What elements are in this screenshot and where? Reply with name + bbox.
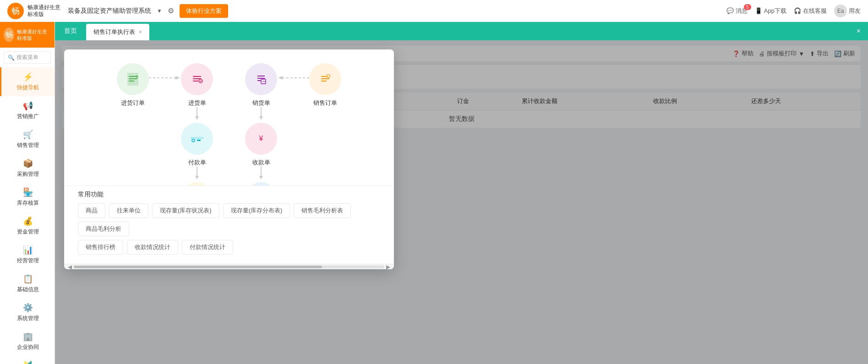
sidebar-logo-icon: 畅 bbox=[4, 27, 14, 42]
workflow-node-purchase-order[interactable]: 进货订单 bbox=[117, 63, 149, 107]
sales-order-icon bbox=[309, 63, 341, 95]
main-layout: 畅 畅康通好生意 标准版 🔍 搜索菜单 ⚡ 快捷导航 📢 营销推广 🛒 销售管理… bbox=[0, 22, 868, 364]
tabs-bar: 首页 销售订单执行表 × × bbox=[55, 22, 868, 40]
func-btn-receipt-stats[interactable]: 收款情况统计 bbox=[127, 240, 178, 255]
tab-close-btn[interactable]: × bbox=[139, 29, 142, 35]
payment-label: 付款单 bbox=[188, 158, 206, 167]
tab-home[interactable]: 首页 bbox=[55, 22, 86, 40]
purchase-order-label: 进货订单 bbox=[121, 99, 145, 107]
sales-bill-label: 销货单 bbox=[252, 99, 270, 107]
workflow-node-payment[interactable]: 付款单 bbox=[181, 123, 213, 167]
sidebar-search-area: 🔍 搜索菜单 bbox=[0, 48, 55, 67]
logo-text: 畅康通好生意 标准版 bbox=[27, 4, 60, 17]
sidebar-brand-area: 畅 畅康通好生意 标准版 bbox=[0, 22, 55, 48]
sidebar-item-marketing[interactable]: 📢 营销推广 bbox=[0, 96, 55, 125]
modal-overlay[interactable]: 进货订单 进货单 bbox=[55, 40, 868, 364]
sidebar-item-inventory[interactable]: 🏪 库存核算 bbox=[0, 183, 55, 212]
svg-rect-19 bbox=[191, 137, 203, 139]
guide-icon: 🔰 bbox=[23, 360, 33, 364]
service-icon: 🎧 bbox=[794, 7, 801, 14]
workflow-node-sales-order[interactable]: 销售订单 bbox=[309, 63, 341, 107]
logo-area: 畅 畅康通好生意 标准版 bbox=[7, 3, 62, 19]
func-btn-payment-stats[interactable]: 付款情况统计 bbox=[182, 240, 233, 255]
svg-marker-17 bbox=[259, 116, 263, 120]
arrow-h1 bbox=[149, 63, 181, 81]
top-header: 畅 畅康通好生意 标准版 装备及固定资产辅助管理系统 ▼ ⚙ 体验行业方案 💬 … bbox=[0, 0, 868, 22]
sidebar-item-purchase[interactable]: 📦 采购管理 bbox=[0, 154, 55, 183]
app-download-btn[interactable]: 📱 App下载 bbox=[755, 7, 786, 15]
func-btn-sales-rank[interactable]: 销售排行榜 bbox=[78, 240, 123, 255]
system-icon: ⚙️ bbox=[23, 303, 33, 313]
sidebar-item-operation[interactable]: 📊 经营管理 bbox=[0, 240, 55, 269]
sidebar-item-quick-nav[interactable]: ⚡ 快捷导航 bbox=[0, 67, 55, 96]
message-badge: 5 bbox=[744, 4, 751, 10]
sidebar-item-finance[interactable]: 💰 资金管理 bbox=[0, 212, 55, 240]
tab-close-all-btn[interactable]: × bbox=[849, 27, 868, 35]
content-area: 首页 销售订单执行表 × × ❓ 帮助 🖨 按模板打印 ▼ bbox=[55, 22, 868, 364]
scrollbar-track bbox=[74, 266, 384, 268]
online-service-btn[interactable]: 🎧 在线客服 bbox=[794, 7, 827, 15]
svg-point-20 bbox=[192, 139, 195, 142]
func-btn-product[interactable]: 商品 bbox=[78, 203, 105, 218]
customer-ledger-icon bbox=[245, 182, 277, 185]
supplier-ledger-icon bbox=[181, 182, 213, 185]
sidebar-item-enterprise[interactable]: 🏢 企业协同 bbox=[0, 327, 55, 356]
svg-marker-15 bbox=[195, 116, 199, 120]
basic-info-icon: 📋 bbox=[23, 274, 33, 284]
settings-btn[interactable]: ⚙ bbox=[168, 6, 174, 15]
arrow-down-sales-bill bbox=[245, 107, 277, 121]
func-btn-product-margin[interactable]: 商品毛利分析 bbox=[78, 222, 129, 236]
sidebar-item-sales[interactable]: 🛒 销售管理 bbox=[0, 125, 55, 154]
sidebar-brand-text: 畅康通好生意 标准版 bbox=[17, 28, 51, 42]
workflow-node-receipt[interactable]: ¥ 收款单 bbox=[245, 123, 277, 167]
purchase-order-icon bbox=[117, 63, 149, 95]
func-btn-partner[interactable]: 往来单位 bbox=[109, 203, 148, 218]
common-funcs-section: 常用功能 商品 往来单位 现存量(库存状况表) 现存量(库存分布表) 销售毛利分… bbox=[64, 185, 394, 264]
svg-text:¥: ¥ bbox=[259, 135, 263, 142]
system-title: 装备及固定资产辅助管理系统 bbox=[68, 7, 151, 15]
svg-rect-21 bbox=[197, 140, 201, 141]
sidebar: 畅 畅康通好生意 标准版 🔍 搜索菜单 ⚡ 快捷导航 📢 营销推广 🛒 销售管理… bbox=[0, 22, 55, 364]
payment-icon bbox=[181, 123, 213, 155]
workflow-node-sales-bill[interactable]: 销货单 bbox=[245, 63, 277, 107]
svg-marker-27 bbox=[259, 176, 263, 179]
arrow-h2 bbox=[277, 63, 309, 81]
scrollbar-thumb bbox=[74, 266, 322, 268]
operation-icon: 📊 bbox=[23, 245, 33, 255]
sidebar-item-guide[interactable]: 🔰 新手引导 bbox=[0, 356, 55, 364]
modal-box: 进货订单 进货单 bbox=[64, 49, 394, 269]
scroll-right-btn[interactable]: ▶ bbox=[384, 264, 392, 270]
func-buttons-row1: 商品 往来单位 现存量(库存状况表) 现存量(库存分布表) 销售毛利分析表 商品… bbox=[78, 203, 380, 236]
sales-bill-icon bbox=[245, 63, 277, 95]
tab-sales-order[interactable]: 销售订单执行表 × bbox=[86, 24, 149, 40]
sidebar-item-system[interactable]: ⚙️ 系统管理 bbox=[0, 298, 55, 327]
purchase-icon: 📦 bbox=[23, 158, 33, 168]
system-dropdown-btn[interactable]: ▼ bbox=[157, 8, 162, 14]
sales-icon: 🛒 bbox=[23, 130, 33, 140]
sidebar-item-basic-info[interactable]: 📋 基础信息 bbox=[0, 269, 55, 298]
workflow-node-customer-ledger[interactable]: 客户账本 bbox=[245, 182, 277, 185]
search-menu-btn[interactable]: 🔍 搜索菜单 bbox=[4, 51, 51, 64]
func-btn-stock-status[interactable]: 现存量(库存状况表) bbox=[152, 203, 219, 218]
experience-btn[interactable]: 体验行业方案 bbox=[180, 4, 228, 18]
workflow-node-supplier-ledger[interactable]: 供应商账本 bbox=[181, 182, 213, 185]
receipt-icon: ¥ bbox=[245, 123, 277, 155]
modal-scrollbar[interactable]: ◀ ▶ bbox=[64, 264, 394, 269]
receipt-label: 收款单 bbox=[252, 158, 270, 167]
func-btn-sales-margin[interactable]: 销售毛利分析表 bbox=[294, 203, 351, 218]
svg-marker-25 bbox=[195, 176, 199, 179]
header-right: 💬 消息 5 📱 App下载 🎧 在线客服 Ea 用友 bbox=[726, 5, 861, 17]
purchase-bill-label: 进货单 bbox=[188, 99, 206, 107]
marketing-icon: 📢 bbox=[23, 101, 33, 111]
arrow-down-purchase bbox=[181, 107, 213, 121]
finance-icon: 💰 bbox=[23, 216, 33, 226]
user-menu[interactable]: Ea 用友 bbox=[834, 5, 861, 17]
func-btn-stock-dist[interactable]: 现存量(库存分布表) bbox=[223, 203, 290, 218]
svg-marker-12 bbox=[278, 76, 283, 80]
download-icon: 📱 bbox=[755, 7, 762, 14]
workflow-node-purchase-bill[interactable]: 进货单 bbox=[181, 63, 213, 107]
avatar: Ea bbox=[834, 5, 847, 17]
scroll-left-btn[interactable]: ◀ bbox=[66, 264, 74, 270]
message-btn[interactable]: 💬 消息 5 bbox=[726, 7, 748, 15]
message-icon: 💬 bbox=[726, 7, 734, 14]
